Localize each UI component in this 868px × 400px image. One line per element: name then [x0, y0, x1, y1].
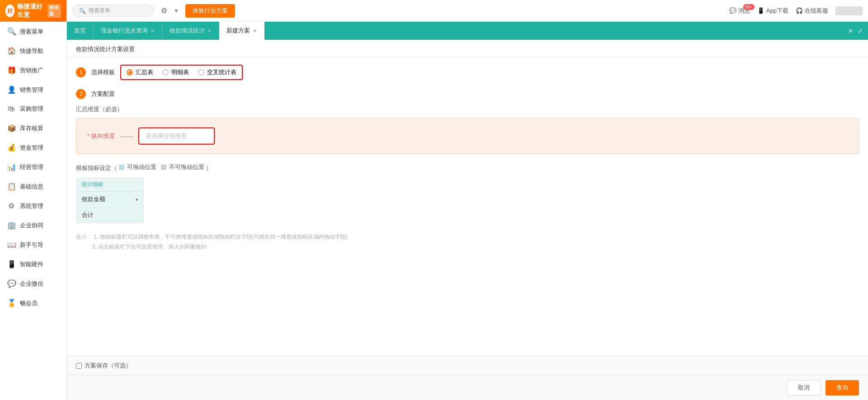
bag-icon: 🛍	[7, 105, 15, 113]
page-footer: 方案保存（可选）	[67, 356, 868, 375]
maximize-icon[interactable]: ⤢	[858, 28, 863, 34]
sidebar-item-hardware[interactable]: 📱 智能硬件	[0, 254, 66, 274]
sidebar-item-wechat[interactable]: 💬 企业微信	[0, 274, 66, 293]
dimension-selector[interactable]: 请选择分组维度	[138, 127, 215, 145]
content-area: 收款情况统计方案设置 1 选择模板 汇总表 明细表	[67, 40, 868, 375]
header-right: 💬 消息 99+ 📱 App下载 🎧 在线客服	[729, 6, 863, 15]
sidebar-item-finance[interactable]: 💰 资金管理	[0, 138, 66, 157]
radio-cross[interactable]: 交叉统计表	[198, 68, 236, 76]
non-draggable-legend-dot	[161, 165, 166, 170]
message-icon: 💬	[729, 7, 736, 14]
sidebar-item-quick-nav[interactable]: 🏠 快捷导航	[0, 41, 66, 61]
book-icon: 📖	[7, 240, 15, 249]
chevron-down-icon[interactable]: ▾	[175, 6, 178, 15]
sidebar-item-operation[interactable]: 📊 经营管理	[0, 157, 66, 177]
non-draggable-legend-label: 不可拖动位置	[169, 163, 204, 171]
sidebar-item-basic[interactable]: 📋 基础信息	[0, 177, 66, 196]
sidebar-item-enterprise[interactable]: 🏢 企业协同	[0, 216, 66, 235]
app-header: 🔍 搜索菜单 ⚙ ▾ 体验行业方案 💬 消息 99+ 📱 App下载 🎧 在线客…	[67, 0, 868, 22]
draggable-legend-dot	[119, 165, 124, 170]
main-area: 🔍 搜索菜单 ⚙ ▾ 体验行业方案 💬 消息 99+ 📱 App下载 🎧 在线客…	[67, 0, 868, 400]
sidebar-label: 智能硬件	[20, 260, 43, 268]
cancel-button[interactable]: 取消	[787, 380, 821, 395]
sidebar-item-search-menu[interactable]: 🔍 搜索菜单	[0, 22, 66, 41]
metric-label-0: 收款金额	[82, 195, 105, 203]
sidebar-label: 畅会员	[20, 299, 38, 307]
sidebar-item-sales[interactable]: 👤 销售管理	[0, 80, 66, 99]
tabbar-actions: ✕ ⤢	[843, 22, 868, 40]
sidebar-label: 新手引导	[20, 241, 43, 249]
tab-new-plan-label: 新建方案	[226, 27, 250, 35]
sidebar-item-member[interactable]: 🏅 畅会员	[0, 293, 66, 313]
app-download-label: App下载	[766, 7, 788, 15]
metrics-category-label: 统计指标	[76, 178, 143, 192]
sidebar-logo: 好 畅捷通好生意 标准版	[0, 0, 66, 22]
step1-row: 1 选择模板 汇总表 明细表 交叉统计表	[76, 65, 859, 80]
template-radio-group: 汇总表 明细表 交叉统计表	[120, 65, 243, 80]
chat-icon: 💬	[7, 279, 15, 288]
chart-icon: 📊	[7, 163, 15, 171]
tips-section: 提示： 1. 拖动标题栏可以调整布局，不可跨维度或指标区域拖动栏目字段(只能在同…	[76, 232, 859, 252]
dimension-section-label: 汇总维度（必选）	[76, 105, 859, 113]
online-service-label: 在线客服	[805, 7, 828, 15]
medal-icon: 🏅	[7, 299, 15, 307]
sidebar-label: 企业微信	[20, 280, 43, 288]
query-button[interactable]: 查询	[826, 380, 859, 395]
tips-line-1: 2. 点击标题栏下拉可设置排序、插入列和删除列	[76, 242, 859, 252]
sidebar-item-purchase[interactable]: 🛍 采购管理	[0, 99, 66, 118]
save-option-label: 方案保存（可选）	[85, 362, 132, 370]
app-download-btn[interactable]: 📱 App下载	[757, 7, 788, 15]
sidebar-item-system[interactable]: ⚙ 系统管理	[0, 196, 66, 216]
save-checkbox-input[interactable]	[76, 363, 82, 369]
tips-line-0-text: 1. 拖动标题栏可以调整布局，不可跨维度或指标区域拖动栏目字段(只能在同一维度或…	[94, 234, 347, 240]
radio-summary-btn[interactable]	[127, 69, 133, 75]
message-btn[interactable]: 💬 消息 99+	[729, 7, 750, 15]
header-search-box[interactable]: 🔍 搜索菜单	[72, 5, 154, 17]
draggable-legend-label: 可拖动位置	[127, 163, 156, 171]
sidebar-label: 系统管理	[20, 202, 43, 210]
radio-detail-btn[interactable]	[162, 69, 169, 75]
tab-new-plan-close[interactable]: ✕	[253, 28, 257, 34]
tab-new-plan[interactable]: 新建方案 ✕	[219, 22, 264, 40]
metrics-legend: 可拖动位置 不可拖动位置	[119, 163, 204, 171]
sidebar-item-guide[interactable]: 📖 新手引导	[0, 235, 66, 254]
content-inner: 收款情况统计方案设置 1 选择模板 汇总表 明细表	[67, 40, 868, 375]
tab-home[interactable]: 首页	[67, 22, 94, 40]
gift-icon: 🎁	[7, 66, 15, 75]
search-icon: 🔍	[7, 27, 15, 36]
radio-cross-label: 交叉统计表	[207, 68, 236, 76]
metrics-header-label: 模板指标设定（ 可拖动位置 不可拖动位置 ）	[76, 163, 212, 172]
message-badge: 99+	[743, 4, 755, 10]
tab-receipt-close[interactable]: ✕	[208, 28, 212, 34]
settings-icon[interactable]: ⚙	[161, 6, 167, 15]
home-icon: 🏠	[7, 47, 15, 55]
close-all-icon[interactable]: ✕	[848, 28, 853, 34]
radio-detail-label: 明细表	[171, 68, 189, 76]
radio-cross-btn[interactable]	[198, 69, 204, 75]
section-body: 1 选择模板 汇总表 明细表 交叉统计表	[67, 57, 868, 356]
sidebar-item-marketing[interactable]: 🎁 营销推广	[0, 61, 66, 80]
online-service-btn[interactable]: 🎧 在线客服	[796, 7, 828, 15]
version-badge: 标准版	[47, 4, 61, 18]
metric-label-1: 合计	[82, 211, 94, 219]
metric-chevron-0[interactable]: ▾	[136, 197, 138, 202]
dim-arrow-icon: ——	[120, 132, 133, 140]
page-header: 收款情况统计方案设置	[67, 40, 868, 57]
user-avatar-area[interactable]	[835, 6, 863, 15]
tab-bank-close[interactable]: ✕	[151, 28, 155, 34]
tab-receipt[interactable]: 收款情况统计 ✕	[162, 22, 219, 40]
sidebar-item-inventory[interactable]: 📦 库存核算	[0, 118, 66, 138]
tab-home-label: 首页	[74, 27, 86, 35]
sidebar-label: 企业协同	[20, 221, 43, 230]
tips-title: 提示：	[76, 234, 92, 240]
metric-item-1[interactable]: 合计	[76, 207, 143, 223]
metrics-header: 模板指标设定（ 可拖动位置 不可拖动位置 ）	[76, 163, 859, 172]
tab-bank[interactable]: 现金银行流水查询 ✕	[94, 22, 162, 40]
industry-btn[interactable]: 体验行业方案	[185, 4, 235, 18]
tab-bank-label: 现金银行流水查询	[101, 27, 148, 35]
radio-detail[interactable]: 明细表	[162, 68, 189, 76]
metric-item-0[interactable]: 收款金额 ▾	[76, 192, 143, 207]
radio-summary[interactable]: 汇总表	[127, 68, 153, 76]
save-option-checkbox[interactable]: 方案保存（可选）	[76, 362, 132, 370]
dimension-row: * 纵向维度 —— 请选择分组维度	[87, 127, 848, 145]
